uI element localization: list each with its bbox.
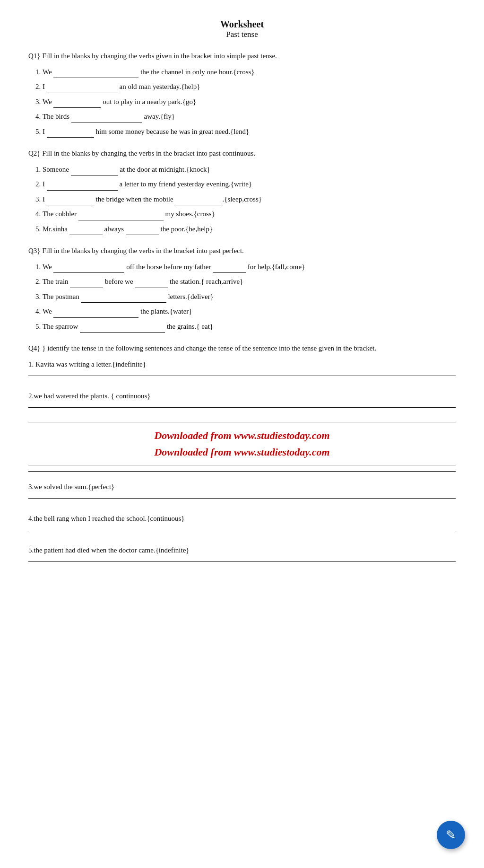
answer-item-text: 4.the bell rang when I reached the schoo… [28,513,456,524]
answer-item-1: 1. Kavita was writing a letter.{indefini… [28,359,456,376]
question-3-label: Q3} Fill in the blanks by changing the v… [28,245,456,256]
answer-item-text: 2.we had watered the plants. { continuou… [28,390,456,402]
question-1-label: Q1} Fill in the blanks by changing the v… [28,51,456,61]
blank [47,197,94,205]
answer-line [28,498,456,499]
blank [69,227,103,235]
question-1-list: We the the channel in only one hour.{cro… [43,66,456,138]
answer-item-3: 3.we solved the sum.{perfect} [28,481,456,499]
list-item: I a letter to my friend yesterday evenin… [43,178,456,191]
blank [53,70,138,78]
page-subtitle: Past tense [28,30,456,39]
blank [47,129,94,138]
list-item: We off the horse before my father for he… [43,261,456,273]
answer-section: 1. Kavita was writing a letter.{indefini… [28,359,456,562]
blank [71,167,118,175]
blank [126,227,159,235]
answer-item-text: 1. Kavita was writing a letter.{indefini… [28,359,456,370]
answer-item-text: 5.the patient had died when the doctor c… [28,544,456,556]
blank [78,212,164,220]
question-2-list: Someone at the door at midnight.{knock} … [43,164,456,236]
question-2-label: Q2} Fill in the blanks by changing the v… [28,148,456,159]
list-item: The train before we the station.{ reach,… [43,276,456,288]
blank [53,309,138,318]
blank [47,85,118,93]
blank [53,264,124,273]
list-item: The birds away.{fly} [43,111,456,123]
answer-item-4: 4.the bell rang when I reached the schoo… [28,513,456,530]
watermark-section: Downloaded from www.studiestoday.com Dow… [28,422,456,465]
list-item: We out to play in a nearby park.{go} [43,96,456,108]
answer-line [28,530,456,530]
answer-line [28,407,456,408]
blank [53,99,101,108]
answer-item-2: 2.we had watered the plants. { continuou… [28,390,456,408]
list-item: We the the channel in only one hour.{cro… [43,66,456,79]
watermark-line-1: Downloaded from www.studiestoday.com [28,427,456,444]
list-item: I the bridge when the mobile .{sleep,cro… [43,193,456,206]
blank [135,280,168,288]
list-item: The sparrow the grains.{ eat} [43,321,456,333]
list-item: The cobbler my shoes.{cross} [43,208,456,220]
blank [213,264,246,273]
page-title: Worksheet [28,19,456,30]
blank [70,280,103,288]
question-1-block: Q1} Fill in the blanks by changing the v… [28,51,456,138]
blank [47,182,118,191]
list-item: I an old man yesterday.{help} [43,81,456,93]
blank [80,324,165,333]
watermark-line-2: Downloaded from www.studiestoday.com [28,444,456,460]
list-item: Mr.sinha always the poor.{be,help} [43,223,456,236]
question-3-block: Q3} Fill in the blanks by changing the v… [28,245,456,333]
question-3-list: We off the horse before my father for he… [43,261,456,333]
question-2-block: Q2} Fill in the blanks by changing the v… [28,148,456,235]
page-header: Worksheet Past tense [28,19,456,39]
answer-line [28,471,456,472]
list-item: Someone at the door at midnight.{knock} [43,164,456,176]
fab-edit-button[interactable]: ✎ [437,821,465,849]
question-4-label: Q4} } identify the tense in the followin… [28,343,456,354]
list-item: I him some money because he was in great… [43,126,456,138]
answer-item-5: 5.the patient had died when the doctor c… [28,544,456,562]
answer-line [28,561,456,562]
list-item: The postman letters.{deliver} [43,291,456,303]
blank [71,114,142,123]
answer-item-text: 3.we solved the sum.{perfect} [28,481,456,492]
blank [81,294,166,303]
question-4-block: Q4} } identify the tense in the followin… [28,343,456,562]
edit-icon: ✎ [446,828,456,842]
blank [175,197,222,205]
answer-line [28,376,456,376]
list-item: We the plants.{water} [43,306,456,318]
